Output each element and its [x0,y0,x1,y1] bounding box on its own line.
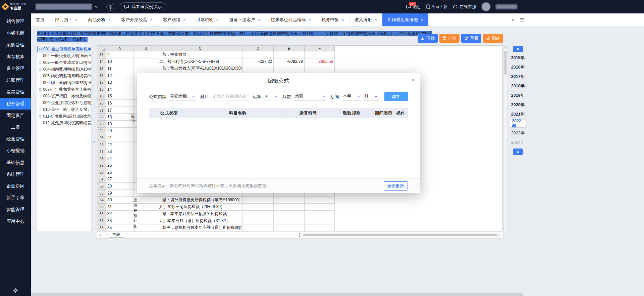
cell-a[interactable]: 19 [106,121,134,128]
tab[interactable]: 客户分层经营 [116,13,158,26]
sidebar-item[interactable]: 企业协同 [0,180,31,192]
cell-f[interactable] [305,197,335,204]
row-number[interactable]: 16 [97,72,106,79]
row-number[interactable]: 23 [97,121,106,128]
row-number[interactable]: 30 [97,169,106,176]
vertical-scrollbar[interactable] [503,45,507,231]
cell-d[interactable]: -227.22 [243,58,274,66]
report-list-item[interactable]: 007-广告费和业务宣传费跨... [37,86,91,93]
tab-close-icon[interactable] [341,17,344,22]
close-tabs-icon[interactable] [512,17,515,23]
period-select[interactable]: 本年 [342,92,361,101]
cell-d[interactable] [243,197,274,204]
sidebar-item[interactable]: 经营管理 [0,133,31,145]
cell-d[interactable] [243,211,274,218]
formula-type-select[interactable]: 期初余额 [169,92,196,101]
report-list-item[interactable]: 009-企业所得税弥补亏损明... [37,99,91,106]
horizontal-scrollbar[interactable] [303,234,501,237]
cell-b[interactable] [134,51,158,58]
avatar[interactable] [482,2,490,11]
tab[interactable]: 进入清册 [350,13,383,26]
horizontal-scrollbar-thumb[interactable] [303,234,497,236]
tab-close-icon[interactable] [108,17,111,22]
year-item[interactable]: 2019年 [511,92,525,99]
cell-a[interactable]: 31 [106,204,134,211]
sidebar-item[interactable]: 智能管理 [0,204,31,215]
sidebar-item[interactable]: 税务管理 [0,98,31,110]
cell-f[interactable] [305,204,335,211]
row-number[interactable]: 35 [97,204,106,211]
report-list-item[interactable]: 006-职工薪酬纳税调整明细... [37,79,91,86]
download-button[interactable]: 下载 [418,34,438,43]
tab[interactable]: 税务申报 [316,13,350,26]
cell-e[interactable] [274,204,305,211]
row-number[interactable]: 33 [97,190,106,197]
cell-e[interactable] [274,211,305,218]
cell-a[interactable]: 23 [106,148,134,155]
row-number[interactable]: 20 [97,100,106,107]
page-horizontal-scrollbar[interactable] [31,293,644,296]
row-number[interactable]: 38 [97,224,106,231]
report-list-item[interactable]: 004-期间费用明细表(A1040... [37,66,91,73]
more-options-icon[interactable] [297,233,303,237]
row-number[interactable]: 18 [97,86,106,93]
cell-a[interactable]: 13 [106,79,134,86]
tab-close-icon[interactable] [216,17,219,22]
cell-b[interactable] [134,58,158,66]
cell-d[interactable] [243,224,274,231]
cell-f[interactable] [305,211,335,218]
cell-c[interactable]: 九、本年应补（退）所得税额（31-32） [158,217,243,224]
cell-c[interactable]: 八、实际应纳所得税额（28+29-30） [158,204,243,211]
row-number[interactable]: 15 [97,65,106,72]
year-item[interactable]: 2016年 [511,64,525,71]
delete-all-button[interactable]: 全部删除 [384,181,408,191]
cell-f[interactable]: 8855.56 [305,58,335,66]
cell-c[interactable]: 减：境外所得抵免所得税额（填写A108000） [158,197,243,204]
cell-a[interactable]: 26 [106,169,134,176]
tab[interactable]: 往来单位商品编码 [266,13,317,26]
cell-a[interactable]: 15 [106,93,134,100]
cell-a[interactable]: 11 [106,65,134,72]
cell-c[interactable]: 加：投资收益 [158,51,243,58]
cell-d[interactable] [243,204,274,211]
row-number[interactable]: 24 [97,128,106,135]
cell-c[interactable]: 加：营业外收入(填写A101010\101020\103000) [158,65,243,72]
sidebar-item[interactable]: 发票管理 [0,86,31,98]
year-item[interactable]: 2018年 [511,83,525,90]
sheet-nav-first-icon[interactable] [97,233,104,238]
sidebar-item[interactable]: 小畅报销 [0,145,31,157]
row-number[interactable]: 26 [97,141,106,149]
year-item[interactable]: 2015年 [511,54,525,61]
dialog-close-icon[interactable] [411,77,415,83]
vertical-scrollbar-thumb[interactable] [504,51,506,75]
report-list-item[interactable]: 012-减免所得税优惠明细表(... [37,120,91,126]
tab[interactable]: 所得税汇算清缴 [382,13,429,26]
cell-a[interactable]: 32 [106,211,134,218]
cell-a[interactable]: 24 [106,155,134,162]
cell-e[interactable] [274,197,305,204]
year-item[interactable]: 2023年 [511,130,525,137]
tab-close-icon[interactable] [150,17,153,22]
year-item[interactable]: 2021年 [511,111,525,118]
tab[interactable]: 商品分析 [83,13,116,26]
reset-button[interactable]: 重置 [461,34,481,43]
sidebar-item[interactable]: 总账管理 [0,74,31,86]
cell-e[interactable] [274,217,305,224]
year-item[interactable]: 2022年 [510,120,526,127]
row-number[interactable]: 19 [97,93,106,100]
operator-select[interactable]: + [264,93,278,100]
row-number[interactable]: 13 [97,51,106,58]
collapse-panel-icon[interactable] [92,137,96,147]
cell-a[interactable]: 14 [106,86,134,93]
tab[interactable]: 引导说明 [191,13,224,26]
tab[interactable]: 邀请下游客户 [224,13,266,26]
cell-a[interactable]: 16 [106,100,134,107]
column-header-e[interactable]: E [274,46,305,51]
row-number[interactable]: 14 [97,58,106,66]
report-list-item[interactable]: 008-资产折旧、摊销及纳税... [37,93,91,99]
cell-f[interactable] [305,217,335,224]
tab-close-icon[interactable] [258,17,261,22]
select-all-corner[interactable] [97,46,106,51]
report-list-item[interactable]: 002-一般企业收入明细表(A1... [37,52,91,59]
sidebar-settings-button[interactable] [0,288,31,293]
